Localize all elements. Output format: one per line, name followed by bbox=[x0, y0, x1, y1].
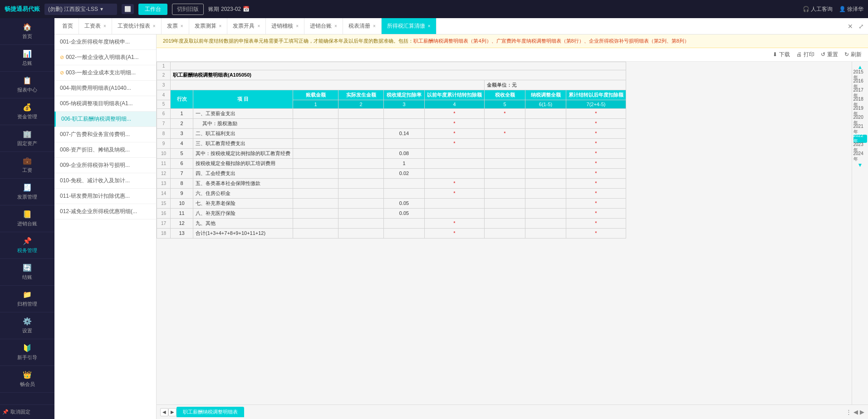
table-row: 14 9 六、住房公积金 * * bbox=[157, 188, 626, 198]
sidebar-item-sales-ledger[interactable]: 📒 进销台账 bbox=[0, 205, 54, 232]
tab-invoice-calc[interactable]: 发票测算 × bbox=[189, 18, 228, 34]
sidebar-item-invoice-mgmt[interactable]: 🧾 发票管理 bbox=[0, 179, 54, 205]
sidebar-item-member[interactable]: 👑 畅会员 bbox=[0, 366, 54, 393]
old-version-button[interactable]: 切到旧版 bbox=[172, 4, 204, 15]
tab-close-payroll[interactable]: × bbox=[103, 24, 106, 29]
form-item-010[interactable]: 010-免税、减计收入及加计... bbox=[54, 173, 156, 189]
sidebar-item-new-guide[interactable]: 🔰 新手引导 bbox=[0, 339, 54, 366]
tab-purchase-audit[interactable]: 进销稽核 × bbox=[266, 18, 304, 34]
year-2016[interactable]: 2016年 bbox=[853, 80, 867, 88]
sidebar-item-asset-mgmt[interactable]: 💰 资金管理 bbox=[0, 98, 54, 125]
year-2024[interactable]: 2024年 bbox=[853, 153, 867, 161]
form-item-011[interactable]: 011-研发费用加计扣除优惠... bbox=[54, 189, 156, 204]
sidebar-item-settings[interactable]: ⚙️ 设置 bbox=[0, 312, 54, 339]
sheet-nav-right[interactable]: ▶ bbox=[168, 408, 177, 416]
sheet-options-icon[interactable]: ⋮ bbox=[846, 409, 852, 415]
calendar-icon[interactable]: 📅 bbox=[243, 6, 250, 12]
tab-payroll[interactable]: 工资表 × bbox=[79, 18, 112, 34]
sidebar-label-report-center: 报表中心 bbox=[17, 87, 37, 93]
col-item-header: 项 目 bbox=[193, 90, 293, 108]
form-item-008[interactable]: 008-资产折旧、摊销及纳税... bbox=[54, 142, 156, 158]
refresh-button[interactable]: ↻ 刷新 bbox=[844, 51, 862, 58]
tab-close-purchase-audit[interactable]: × bbox=[296, 24, 299, 29]
sidebar: 🏠 首页 📊 总账 📋 报表中心 💰 资金管理 🏢 固定资产 💼 工资 🧾 发票… bbox=[0, 18, 54, 419]
year-2020[interactable]: 2020年 bbox=[853, 117, 867, 125]
tab-invoice-issue[interactable]: 发票开具 × bbox=[227, 18, 266, 34]
tab-action-expand[interactable]: ⤢ bbox=[857, 22, 866, 31]
year-2015[interactable]: 2015年 bbox=[853, 71, 867, 79]
tab-label-invoice-calc: 发票测算 bbox=[195, 22, 216, 30]
bottom-sheet-tab[interactable]: 职工薪酬纳税调整明细表 bbox=[177, 407, 244, 417]
period-display: 账期 2023-02 📅 bbox=[208, 5, 250, 13]
tab-invoice[interactable]: 发票 × bbox=[162, 18, 189, 34]
col1-header: 账载金额 bbox=[293, 90, 338, 100]
workspace-button[interactable]: 工作台 bbox=[138, 4, 167, 15]
form-item-004[interactable]: 004-期间费用明细表(A1040... bbox=[54, 81, 156, 96]
sidebar-label-payroll: 工资 bbox=[22, 167, 32, 174]
member-icon: 👑 bbox=[23, 370, 32, 379]
year-2021[interactable]: 2021年 bbox=[853, 126, 867, 134]
support-link[interactable]: 🎧 人工客询 bbox=[803, 5, 833, 13]
tab-sales-ledger[interactable]: 进销台账 × bbox=[304, 18, 343, 34]
payroll-icon: 💼 bbox=[23, 156, 32, 165]
tab-close-invoice-calc[interactable]: × bbox=[219, 24, 222, 29]
tab-income-tax[interactable]: 所得税汇算清缴 × bbox=[382, 18, 436, 34]
form-item-001[interactable]: 001-企业所得税年度纳税申... bbox=[54, 34, 156, 50]
sheet-nav-left[interactable]: ◀ bbox=[160, 408, 168, 416]
sidebar-label-fixed-assets: 固定资产 bbox=[17, 140, 37, 147]
reset-button[interactable]: ↺ 重置 bbox=[821, 51, 838, 58]
sidebar-item-fixed-assets[interactable]: 🏢 固定资产 bbox=[0, 125, 54, 152]
sidebar-item-report-center[interactable]: 📋 报表中心 bbox=[0, 72, 54, 98]
headset-icon: 🎧 bbox=[803, 6, 809, 12]
cancel-fixed-btn[interactable]: 📌 取消固定 bbox=[0, 404, 54, 419]
form-item-006[interactable]: 006-职工薪酬纳税调整明细... bbox=[54, 112, 156, 127]
company-selector[interactable]: (勿删) 江西股宝-LSS ▾ bbox=[44, 4, 117, 15]
tab-label-payroll-report: 工资统计报表 bbox=[118, 22, 150, 30]
table-row: 11 6 按税收规定全额扣除的职工培训费用 1 * bbox=[157, 158, 626, 168]
sheet-title: 职工薪酬纳税调整明细表(A105050) bbox=[171, 70, 626, 80]
sidebar-label-home: 首页 bbox=[22, 33, 32, 40]
company-icon-btn[interactable]: ⬜ bbox=[122, 4, 134, 14]
row-num-1: 1 bbox=[157, 62, 171, 70]
tab-tax-book[interactable]: 税表清册 × bbox=[343, 18, 382, 34]
tab-action-close[interactable]: ✕ bbox=[846, 22, 855, 31]
user-profile[interactable]: 👤 徐泽华 bbox=[839, 5, 863, 13]
sidebar-item-payroll[interactable]: 💼 工资 bbox=[0, 152, 54, 179]
sidebar-item-general-ledger[interactable]: 📊 总账 bbox=[0, 45, 54, 72]
tab-close-tax-book[interactable]: × bbox=[373, 24, 376, 29]
tab-close-payroll-report[interactable]: × bbox=[153, 24, 156, 29]
year-2018[interactable]: 2018年 bbox=[853, 98, 867, 107]
form-item-007[interactable]: 007-广告费和业务宣传费明... bbox=[54, 127, 156, 142]
sidebar-item-reconcile[interactable]: 🔄 结账 bbox=[0, 259, 54, 286]
tab-label-purchase-audit: 进销稽核 bbox=[271, 22, 293, 30]
year-2019[interactable]: 2019年 bbox=[853, 107, 867, 116]
form-item-012[interactable]: 012-减免企业所得税优惠明细(... bbox=[54, 204, 156, 219]
col3-num: 3 bbox=[384, 100, 425, 108]
tab-close-income-tax[interactable]: × bbox=[428, 24, 431, 29]
col4-header: 以前年度累计结转扣除额 bbox=[425, 90, 485, 100]
year-nav-down[interactable]: ▼ bbox=[855, 161, 866, 169]
form-item-001-label: 001-企业所得税年度纳税申... bbox=[60, 38, 130, 46]
year-2022[interactable]: 2022年 bbox=[853, 135, 867, 143]
tab-close-invoice-issue[interactable]: × bbox=[257, 24, 260, 29]
year-2017[interactable]: 2017年 bbox=[853, 89, 867, 97]
scroll-left-icon[interactable]: ◀ bbox=[853, 409, 858, 415]
spreadsheet-main[interactable]: 1 2 职工薪酬纳税调整明细表(A105050) bbox=[157, 62, 852, 405]
form-item-005[interactable]: 005-纳税调整项目明细表(A1... bbox=[54, 96, 156, 112]
print-button[interactable]: 🖨 打印 bbox=[796, 51, 814, 58]
sidebar-item-home[interactable]: 🏠 首页 bbox=[0, 18, 54, 45]
tab-home[interactable]: 首页 bbox=[57, 18, 79, 34]
tab-payroll-report[interactable]: 工资统计报表 × bbox=[112, 18, 162, 34]
tab-close-sales-ledger[interactable]: × bbox=[334, 24, 337, 29]
year-2023[interactable]: 2023年 bbox=[853, 144, 867, 152]
tab-close-invoice[interactable]: × bbox=[181, 24, 183, 29]
download-button[interactable]: ⬇ 下载 bbox=[773, 51, 790, 58]
scroll-right-icon[interactable]: ▶ bbox=[860, 409, 864, 415]
form-item-009[interactable]: 009-企业所得税弥补亏损明... bbox=[54, 158, 156, 173]
form-item-003[interactable]: ⊘ 003-一般企业成本支出明细... bbox=[54, 65, 156, 81]
sidebar-item-tax-mgmt[interactable]: 📌 税务管理 bbox=[0, 232, 54, 259]
period-value: 2023-02 bbox=[221, 6, 241, 12]
sidebar-item-archive-mgmt[interactable]: 📁 归档管理 bbox=[0, 286, 54, 312]
chevron-down-icon: ▾ bbox=[100, 6, 103, 12]
form-item-002[interactable]: ⊘ 002-一般企业收入明细表(A1... bbox=[54, 50, 156, 65]
